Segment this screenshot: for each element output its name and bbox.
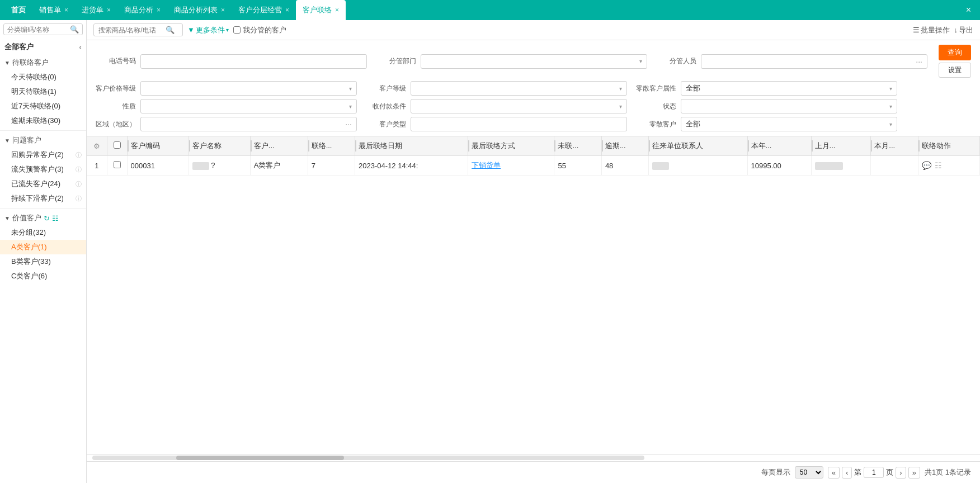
nav-tab-sales[interactable]: 销售单 × — [32, 0, 75, 20]
col-checkbox[interactable] — [107, 136, 127, 156]
main-search-box[interactable]: 🔍 — [93, 23, 183, 36]
info-icon-churn: ⓘ — [76, 165, 82, 174]
sidebar-item-overdue[interactable]: 逾期未联络(30) — [0, 113, 86, 128]
value-refresh-icon[interactable]: ↻ — [44, 214, 50, 222]
info-icon-declining: ⓘ — [76, 195, 82, 203]
sidebar-item-class-a[interactable]: A类客户(1) — [0, 240, 86, 254]
last-page-btn[interactable]: » — [908, 467, 920, 479]
close-customer-mgmt-tab[interactable]: × — [285, 6, 289, 14]
level-arrow: ▾ — [619, 86, 622, 92]
retail-input[interactable]: 全部 ▾ — [681, 117, 897, 131]
td-name[interactable]: ? — [189, 156, 250, 176]
level-input[interactable]: ▾ — [411, 81, 627, 96]
filter-cell-retail: 零散客户 全部 ▾ — [636, 117, 897, 131]
footer-pagination: 每页显示 50 100 200 « ‹ 第 页 › » 共1页 1条记录 — [87, 461, 980, 483]
col-last-method: 最后联络方式 — [468, 136, 554, 156]
sidebar-section-problem[interactable]: ▼ 问题客户 — [0, 133, 86, 148]
next-page-btn[interactable]: › — [896, 467, 906, 479]
nav-home[interactable]: 首页 — [4, 0, 32, 20]
nature-input[interactable]: ▾ — [140, 99, 357, 113]
more-filter-btn[interactable]: ▼ 更多条件 ▾ — [187, 25, 229, 35]
filter-cell-area: 区域（地区） ··· — [96, 117, 357, 131]
sidebar-item-tomorrow[interactable]: 明天待联络(1) — [0, 84, 86, 99]
settings-button[interactable]: 设置 — [939, 63, 971, 78]
sidebar-item-class-b[interactable]: B类客户(33) — [0, 254, 86, 269]
page-number-input[interactable] — [864, 467, 884, 478]
sidebar-item-class-c[interactable]: C类客户(6) — [0, 269, 86, 283]
batch-icon: ☰ — [913, 26, 920, 34]
status-input[interactable]: ▾ — [681, 99, 897, 113]
sidebar-item-today[interactable]: 今天待联络(0) — [0, 70, 86, 84]
payment-input[interactable]: ▾ — [411, 99, 627, 113]
advanced-filter-panel: 电话号码 分管部门 ▾ 分管人员 ··· 查询 设置 — [87, 40, 980, 136]
sidebar-item-declining[interactable]: 持续下滑客户(2) ⓘ — [0, 191, 86, 206]
chat-icon[interactable]: 💬 — [922, 161, 931, 170]
sidebar-search-box[interactable]: 🔍 — [3, 23, 83, 35]
area-dots: ··· — [345, 120, 352, 129]
retail-attr-input[interactable]: 全部 ▾ — [681, 81, 897, 96]
scroll-thumb[interactable] — [176, 456, 344, 460]
main-search-icon[interactable]: 🔍 — [166, 26, 175, 34]
main-search-input[interactable] — [98, 26, 166, 34]
filter-cell-nature: 性质 ▾ — [96, 99, 357, 113]
close-analysis-tab[interactable]: × — [157, 6, 161, 14]
query-button[interactable]: 查询 — [939, 45, 971, 60]
value-settings-icon[interactable]: ☷ — [52, 214, 59, 222]
sidebar-all-customers[interactable]: 全部客户 ‹ — [0, 39, 86, 55]
col-code: 客户编码 — [127, 136, 189, 156]
export-btn[interactable]: ↓ 导出 — [954, 25, 974, 35]
sidebar-item-churn-warning[interactable]: 流失预警客户(3) ⓘ — [0, 162, 86, 177]
nav-tab-analysis-list[interactable]: 商品分析列表 × — [167, 0, 232, 20]
sidebar-section-pending[interactable]: ▼ 待联络客户 — [0, 55, 86, 70]
dept-input[interactable]: ▾ — [421, 54, 647, 69]
horizontal-scrollbar[interactable] — [87, 454, 980, 461]
my-customers-check[interactable] — [233, 26, 241, 34]
nav-tab-analysis[interactable]: 商品分析 × — [117, 0, 167, 20]
scroll-track — [92, 456, 644, 460]
table-header-row: ⚙ 客户编码 客户名称 客户... 联络... 最后联络日期 最后联络方式 未联… — [87, 136, 980, 156]
sidebar-search-input[interactable] — [7, 26, 70, 34]
filter-cell-type: 客户类型 — [366, 117, 627, 131]
first-page-btn[interactable]: « — [828, 467, 840, 479]
col-name: 客户名称 — [189, 136, 250, 156]
sidebar-item-churned[interactable]: 已流失客户(24) ⓘ — [0, 177, 86, 191]
close-sales-tab[interactable]: × — [64, 6, 68, 14]
close-all-icon[interactable]: × — [962, 5, 976, 15]
sidebar-collapse-icon[interactable]: ‹ — [79, 42, 82, 51]
nav-tab-purchase[interactable]: 进货单 × — [75, 0, 117, 20]
more-filter-arrow: ▾ — [226, 27, 229, 33]
data-table-container: ⚙ 客户编码 客户名称 客户... 联络... 最后联络日期 最后联络方式 未联… — [87, 136, 980, 454]
nav-tab-customer-mgmt[interactable]: 客户分层经营 × — [232, 0, 296, 20]
pending-arrow-icon: ▼ — [4, 60, 10, 66]
col-settings[interactable]: ⚙ — [87, 136, 107, 156]
prev-page-btn[interactable]: ‹ — [842, 467, 852, 479]
person-input[interactable]: ··· — [701, 54, 927, 69]
price-level-input[interactable]: ▾ — [140, 81, 357, 96]
value-arrow-icon: ▼ — [4, 215, 10, 221]
td-checkbox[interactable] — [107, 156, 127, 176]
col-contact-count: 联络... — [308, 136, 355, 156]
page-unit-label: 页 — [886, 467, 893, 477]
close-purchase-tab[interactable]: × — [107, 6, 111, 14]
select-all-checkbox[interactable] — [114, 141, 121, 149]
action-icons-group: 💬 ☷ — [922, 161, 976, 170]
area-input[interactable]: ··· — [140, 117, 357, 131]
my-customers-checkbox[interactable]: 我分管的客户 — [233, 25, 286, 35]
grid-icon[interactable]: ☷ — [935, 161, 942, 170]
sidebar-item-unclassified[interactable]: 未分组(32) — [0, 225, 86, 240]
sidebar-item-repurchase-abnormal[interactable]: 回购异常客户(2) ⓘ — [0, 148, 86, 162]
sidebar-section-value[interactable]: ▼ 价值客户 ↻ ☷ — [0, 211, 86, 225]
person-dots: ··· — [916, 57, 922, 66]
td-last-method[interactable]: 下销货单 — [468, 156, 554, 176]
nav-tab-customer-contact[interactable]: 客户联络 × — [296, 0, 346, 20]
sidebar-item-7days[interactable]: 近7天待联络(0) — [0, 99, 86, 113]
type-input[interactable] — [411, 117, 627, 131]
sidebar-search-icon[interactable]: 🔍 — [70, 25, 79, 34]
per-page-select[interactable]: 50 100 200 — [795, 466, 823, 479]
row-checkbox[interactable] — [114, 161, 121, 168]
close-customer-contact-tab[interactable]: × — [335, 6, 339, 14]
batch-operation-btn[interactable]: ☰ 批量操作 — [913, 25, 950, 35]
close-analysis-list-tab[interactable]: × — [221, 6, 225, 14]
phone-input[interactable] — [140, 54, 367, 69]
last-method-link[interactable]: 下销货单 — [472, 161, 501, 169]
